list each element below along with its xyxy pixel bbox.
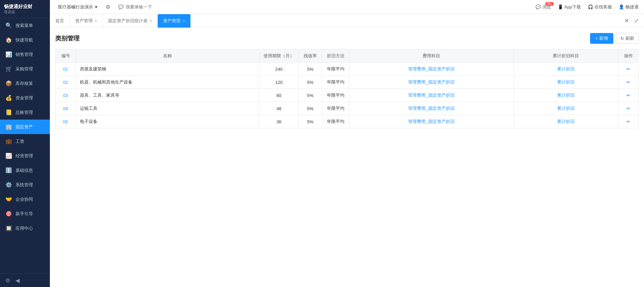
sidebar-icon-sales: 📊 [5, 51, 12, 58]
edit-icon-4[interactable]: ✏ [626, 119, 631, 124]
sidebar-item-quick-nav[interactable]: 🏠快捷导航 [0, 33, 50, 47]
sidebar-label-system: 系统管理 [16, 182, 33, 188]
tab-asset-type-close[interactable]: × [183, 19, 185, 23]
sidebar-item-guide[interactable]: 🎯新手引导 [0, 206, 50, 221]
table-body: 01房屋及建筑物2405%年限平均管理费用_固定资产折旧累计折旧✏02机器、机械… [56, 63, 639, 128]
close-tab-icon[interactable]: ✕ [623, 16, 630, 25]
tab-fixed-stat[interactable]: 固定资产折旧统计表 × [103, 14, 158, 28]
method-cell-2: 年限平均 [322, 89, 349, 102]
company-dropdown[interactable]: 医疗器械行业演示 ▾ [55, 3, 100, 11]
tab-asset-type[interactable]: 资产类型 × [158, 14, 191, 28]
residual-cell-4: 5% [299, 115, 322, 128]
sidebar-item-inventory[interactable]: 📦库存核算 [0, 76, 50, 91]
new-button[interactable]: + 新增 [590, 33, 613, 44]
tab-asset-mgmt[interactable]: 资产管理 × [70, 14, 103, 28]
col-header-5: 费用科目 [349, 50, 514, 63]
code-cell-4: 05 [56, 115, 76, 128]
online-service-button[interactable]: 🎧 在线客服 [588, 4, 612, 10]
tabs-bar: 首页 资产管理 × 固定资产折旧统计表 × 资产类型 × ✕ ⤢ [50, 14, 644, 28]
sidebar-label-fixed-assets: 固定资产 [16, 124, 33, 130]
edit-icon-0[interactable]: ✏ [626, 66, 631, 72]
tab-asset-mgmt-close[interactable]: × [95, 19, 97, 23]
edit-icon-2[interactable]: ✏ [626, 93, 631, 98]
method-cell-0: 年限平均 [322, 63, 349, 76]
op-cell-0[interactable]: ✏ [618, 63, 639, 76]
chevron-down-icon: ▾ [95, 4, 97, 9]
refresh-label: 刷新 [625, 35, 634, 41]
expand-tab-icon[interactable]: ⤢ [633, 16, 640, 25]
company-name: 医疗器械行业演示 [58, 4, 93, 10]
sidebar-item-fixed-assets[interactable]: 🏢固定资产 [0, 120, 50, 134]
residual-cell-0: 5% [299, 63, 322, 76]
user-button[interactable]: 👤 畅捷通 [619, 4, 639, 10]
experience-button[interactable]: 💬 我要体验一下 [118, 4, 152, 10]
sidebar-icon-app-center: 🔲 [5, 225, 12, 231]
tab-asset-type-label: 资产类型 [163, 18, 181, 24]
topbar-right: 💬 消息 99+ 📱 App下载 🎧 在线客服 👤 畅捷通 [535, 4, 639, 10]
edit-icon-3[interactable]: ✏ [626, 106, 631, 111]
op-cell-1[interactable]: ✏ [618, 76, 639, 89]
sidebar-item-sales[interactable]: 📊销售管理 [0, 47, 50, 62]
sidebar-item-basic-info[interactable]: ℹ️基础信息 [0, 163, 50, 178]
settings-footer-icon[interactable]: ⚙ [5, 277, 10, 284]
sidebar-item-operations[interactable]: 📈经营管理 [0, 149, 50, 163]
tab-home[interactable]: 首页 [55, 14, 70, 28]
sidebar-label-inventory: 库存核算 [16, 81, 33, 87]
messages-icon: 💬 [535, 4, 541, 9]
op-cell-4[interactable]: ✏ [618, 115, 639, 128]
sidebar-item-payroll[interactable]: 💼工资 [0, 134, 50, 149]
name-cell-4: 电子设备 [76, 115, 259, 128]
col-header-1: 名称 [76, 50, 259, 63]
page-actions: + 新增 ↻ 刷新 [590, 33, 639, 44]
code-cell-3: 04 [56, 102, 76, 115]
sidebar-icon-inventory: 📦 [5, 80, 12, 87]
method-cell-3: 年限平均 [322, 102, 349, 115]
sidebar-icon-ledger: 📒 [5, 109, 12, 116]
fee-subject-cell-0: 管理费用_固定资产折旧 [349, 63, 514, 76]
table-row: 04运输工具485%年限平均管理费用_固定资产折旧累计折旧✏ [56, 102, 639, 115]
name-cell-0: 房屋及建筑物 [76, 63, 259, 76]
messages-button[interactable]: 💬 消息 99+ [535, 4, 551, 10]
period-cell-2: 60 [259, 89, 299, 102]
sidebar-item-search[interactable]: 🔍搜索菜单 [0, 18, 50, 33]
op-cell-3[interactable]: ✏ [618, 102, 639, 115]
online-service-label: 在线客服 [594, 4, 612, 10]
period-cell-4: 36 [259, 115, 299, 128]
sidebar-label-search: 搜索菜单 [16, 23, 33, 29]
tab-asset-mgmt-label: 资产管理 [75, 18, 93, 24]
table-row: 02机器、机械和其他生产设备1205%年限平均管理费用_固定资产折旧累计折旧✏ [56, 76, 639, 89]
app-download-label: App下载 [564, 4, 581, 10]
collapse-icon[interactable]: ◀ [16, 277, 20, 284]
tabs-actions: ✕ ⤢ [623, 16, 644, 25]
sidebar-icon-operations: 📈 [5, 153, 12, 159]
accum-subject-cell-0: 累计折旧 [514, 63, 618, 76]
refresh-icon: ↻ [620, 36, 624, 41]
sidebar-item-finance[interactable]: 💰资金管理 [0, 91, 50, 105]
sidebar-label-payroll: 工资 [16, 138, 24, 145]
residual-cell-3: 5% [299, 102, 322, 115]
name-cell-2: 器具、工具、家具等 [76, 89, 259, 102]
table-row: 05电子设备365%年限平均管理费用_固定资产折旧累计折旧✏ [56, 115, 639, 128]
refresh-button[interactable]: ↻ 刷新 [616, 33, 639, 44]
period-cell-0: 240 [259, 63, 299, 76]
app-download-button[interactable]: 📱 App下载 [558, 4, 581, 10]
edit-icon-1[interactable]: ✏ [626, 79, 631, 85]
content-area: 类别管理 + 新增 ↻ 刷新 编号名称使用期限（月）残值率折旧方法费用科目累计折… [50, 28, 644, 287]
tab-fixed-stat-close[interactable]: × [150, 19, 152, 23]
sidebar-icon-system: ⚙️ [5, 182, 12, 188]
page-header: 类别管理 + 新增 ↻ 刷新 [55, 33, 639, 44]
sidebar-item-purchase[interactable]: 🛒采购管理 [0, 62, 50, 76]
sidebar-item-app-center[interactable]: 🔲应用中心 [0, 221, 50, 235]
accum-subject-cell-4: 累计折旧 [514, 115, 618, 128]
user-label: 畅捷通 [625, 4, 639, 10]
sidebar-label-guide: 新手引导 [16, 211, 33, 217]
sidebar-label-finance: 资金管理 [16, 95, 33, 101]
sidebar-item-cooperation[interactable]: 🤝企业协同 [0, 192, 50, 206]
sidebar-label-basic-info: 基础信息 [16, 167, 33, 173]
sidebar-item-system[interactable]: ⚙️系统管理 [0, 178, 50, 192]
sidebar-item-ledger[interactable]: 📒总账管理 [0, 105, 50, 120]
user-icon: 👤 [619, 4, 624, 9]
sidebar-label-app-center: 应用中心 [16, 225, 33, 231]
op-cell-2[interactable]: ✏ [618, 89, 639, 102]
topbar-gear-icon[interactable]: ⚙ [104, 2, 112, 11]
